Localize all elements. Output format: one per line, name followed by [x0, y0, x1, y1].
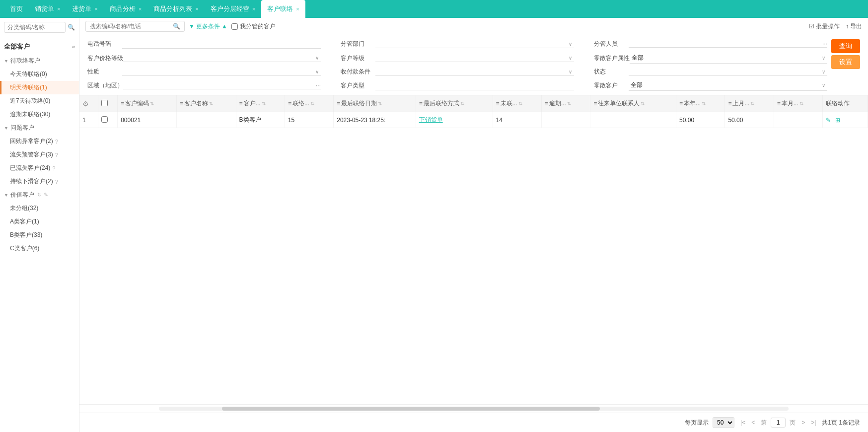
- th-this-month[interactable]: ≡ 本月... ⇅: [774, 95, 822, 112]
- person-more-btn[interactable]: ···: [822, 40, 827, 47]
- th-uncontacted[interactable]: ≡ 未联... ⇅: [493, 95, 541, 112]
- last-method-link[interactable]: 下销货单: [419, 116, 443, 123]
- grid-action-icon[interactable]: ⊞: [835, 117, 840, 124]
- edit-action-icon[interactable]: ✎: [826, 117, 831, 124]
- th-last-date[interactable]: ≡ 最后联络日期 ⇅: [334, 95, 416, 112]
- th-overdue[interactable]: ≡ 逾期... ⇅: [541, 95, 590, 112]
- sidebar-search-input[interactable]: [4, 22, 66, 33]
- sidebar-item-7days[interactable]: 近7天待联络(0): [0, 94, 79, 108]
- my-customer-check[interactable]: [231, 23, 238, 30]
- price-level-select[interactable]: ∨: [123, 54, 321, 62]
- td-name[interactable]: 客户名称: [177, 112, 236, 128]
- per-page-select[interactable]: 50: [713, 417, 734, 428]
- sidebar-section-value[interactable]: 价值客户 ↻ ✎: [0, 188, 79, 202]
- query-button[interactable]: 查询: [831, 39, 860, 53]
- th-last-month[interactable]: ≡ 上月... ⇅: [725, 95, 774, 112]
- table-row: 1 000021 客户名称 B类客户 15 2023-05-23 18:25: …: [79, 112, 868, 128]
- nature-select[interactable]: ∨: [122, 68, 321, 76]
- sort-icon: ⇅: [799, 101, 803, 106]
- sidebar-section-problem[interactable]: 问题客户: [0, 121, 79, 135]
- table-footer: 每页显示 50 |< < 第 页 > >| 共1页 1条记录: [79, 413, 868, 432]
- sort-icon: ⇅: [378, 101, 382, 106]
- region-more-btn[interactable]: ···: [316, 82, 321, 89]
- sidebar-item-class-a[interactable]: A类客户(1): [0, 215, 79, 228]
- close-customer-segmentation-icon[interactable]: ×: [252, 6, 255, 12]
- sidebar-item-churned[interactable]: 已流失客户(24)?: [0, 161, 79, 175]
- nav-customer-segmentation[interactable]: 客户分层经营 ×: [205, 0, 261, 18]
- select-all-checkbox[interactable]: [101, 100, 108, 106]
- sidebar-item-abnormal-repurchase[interactable]: 回购异常客户(2)?: [0, 135, 79, 148]
- sidebar-search-area: 🔍: [0, 18, 79, 37]
- sidebar-search-icon[interactable]: 🔍: [68, 24, 75, 31]
- my-customer-checkbox[interactable]: 我分管的客户: [231, 22, 276, 31]
- th-name[interactable]: ≡ 客户名称 ⇅: [177, 95, 236, 112]
- nav-home[interactable]: 首页: [4, 0, 29, 18]
- gear-icon[interactable]: ⚙: [82, 100, 89, 108]
- td-unit-contact: 联系人: [590, 112, 676, 128]
- th-unit-contact[interactable]: ≡ 往来单位联系人 ⇅: [590, 95, 676, 112]
- close-purchase-order-icon[interactable]: ×: [94, 6, 97, 12]
- close-sales-order-icon[interactable]: ×: [57, 6, 60, 12]
- th-checkbox[interactable]: [98, 95, 118, 112]
- close-customer-contact-icon[interactable]: ×: [296, 6, 299, 12]
- payment-terms-select[interactable]: ∨: [375, 68, 574, 76]
- close-product-analysis-list-icon[interactable]: ×: [195, 6, 198, 12]
- close-product-analysis-icon[interactable]: ×: [139, 6, 142, 12]
- filter-row-1: 电话号码 分管部门 ∨ 分管人员: [87, 39, 827, 49]
- sidebar-section-pending[interactable]: 待联络客户: [0, 54, 79, 68]
- th-gear[interactable]: ⚙: [79, 95, 98, 112]
- sidebar-item-declining[interactable]: 持续下滑客户(2)?: [0, 175, 79, 188]
- nav-product-analysis[interactable]: 商品分析 ×: [104, 0, 147, 18]
- sidebar-item-today[interactable]: 今天待联络(0): [0, 68, 79, 81]
- last-page-btn[interactable]: >|: [809, 418, 818, 427]
- row-checkbox[interactable]: [101, 116, 108, 123]
- dept-select[interactable]: ∨: [375, 40, 574, 48]
- nav-customer-contact[interactable]: 客户联络 ×: [261, 0, 305, 18]
- sort-icon: ⇅: [209, 101, 213, 106]
- sidebar-item-churn-warning[interactable]: 流失预警客户(3)?: [0, 148, 79, 161]
- sidebar-item-class-b[interactable]: B类客户(33): [0, 228, 79, 242]
- td-checkbox[interactable]: [98, 112, 118, 128]
- filter-row-3: 性质 ∨ 收付款条件 ∨: [87, 68, 827, 76]
- nav-product-analysis-list[interactable]: 商品分析列表 ×: [147, 0, 204, 18]
- customer-type-input[interactable]: [375, 81, 574, 90]
- sidebar-item-class-c[interactable]: C类客户(6): [0, 242, 79, 255]
- export-button[interactable]: ↑ 导出: [846, 22, 862, 31]
- nav-sales-order[interactable]: 销货单 ×: [29, 0, 66, 18]
- td-last-method[interactable]: 下销货单: [416, 112, 493, 128]
- th-last-method[interactable]: ≡ 最后联络方式 ⇅: [416, 95, 493, 112]
- filter-status: 状态 ∨: [594, 68, 827, 76]
- main-search-input[interactable]: [90, 23, 173, 30]
- sidebar-all-customers[interactable]: 全部客户 «: [0, 39, 79, 54]
- sort-icon: ⇅: [702, 101, 706, 106]
- prev-page-btn[interactable]: <: [749, 418, 757, 427]
- batch-ops-button[interactable]: ☑ 批量操作: [809, 22, 840, 31]
- chevron-down-icon: ∨: [822, 69, 825, 74]
- sidebar-item-tomorrow[interactable]: 明天待联络(1): [0, 81, 79, 94]
- chevron-down-icon: ∨: [822, 55, 825, 61]
- more-filter-button[interactable]: ▼ 更多条件 ▲: [189, 22, 227, 31]
- th-code[interactable]: ≡ 客户编码 ⇅: [118, 95, 177, 112]
- sidebar-item-ungrouped[interactable]: 未分组(32): [0, 202, 79, 215]
- edit-icon[interactable]: ✎: [44, 192, 48, 198]
- customer-level-select[interactable]: ∨: [375, 54, 574, 62]
- th-this-year[interactable]: ≡ 本年... ⇅: [676, 95, 725, 112]
- status-select[interactable]: ∨: [629, 68, 827, 76]
- th-type[interactable]: ≡ 客户... ⇅: [236, 95, 285, 112]
- settings-button[interactable]: 设置: [831, 55, 860, 69]
- next-page-btn[interactable]: >: [799, 418, 807, 427]
- refresh-icon[interactable]: ↻: [37, 192, 42, 198]
- th-contacts[interactable]: ≡ 联络... ⇅: [285, 95, 333, 112]
- filter-icon: ▼: [189, 23, 195, 30]
- th-action: 联络动作: [823, 95, 868, 112]
- sidebar-item-overdue[interactable]: 逾期未联络(30): [0, 108, 79, 121]
- main-search-icon[interactable]: 🔍: [173, 23, 180, 30]
- retail-attr-select[interactable]: 全部 ∨: [630, 53, 827, 64]
- phone-input[interactable]: [122, 39, 321, 49]
- page-number-input[interactable]: [771, 418, 786, 428]
- retail-customer-select[interactable]: 全部 ∨: [629, 80, 827, 91]
- sort-icon: ⇅: [641, 101, 645, 106]
- first-page-btn[interactable]: |<: [738, 418, 747, 427]
- chevron-up-icon: ▲: [221, 23, 227, 30]
- nav-purchase-order[interactable]: 进货单 ×: [66, 0, 103, 18]
